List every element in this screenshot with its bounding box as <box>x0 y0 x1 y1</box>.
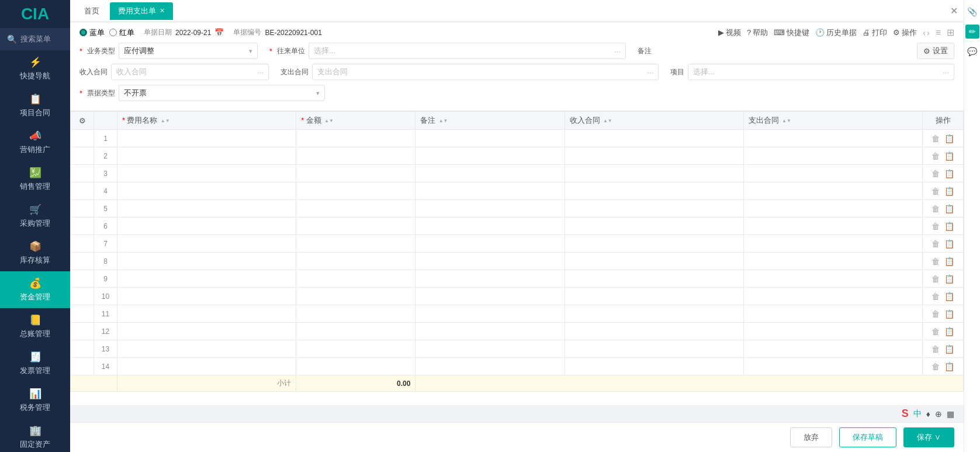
row-expense-name[interactable] <box>117 305 296 323</box>
row-income-contract[interactable] <box>565 165 743 182</box>
row-remark[interactable] <box>415 182 565 200</box>
row-expense-name[interactable] <box>117 270 296 288</box>
search-menu[interactable]: 🔍 搜索菜单 <box>0 28 70 50</box>
sidebar-item-sales[interactable]: 💹 销售管理 <box>0 161 70 198</box>
delete-row-button[interactable]: 🗑 <box>931 274 940 284</box>
row-income-contract[interactable] <box>565 323 743 340</box>
tab-home[interactable]: 首页 <box>76 2 108 20</box>
red-single-radio[interactable]: 红单 <box>109 27 134 38</box>
grid-view-icon[interactable]: ⊞ <box>947 27 954 38</box>
row-income-contract[interactable] <box>565 235 743 253</box>
row-income-contract[interactable] <box>565 253 743 270</box>
calendar-icon[interactable]: 📅 <box>214 28 224 37</box>
row-expense-contract[interactable] <box>743 218 922 235</box>
delete-row-button[interactable]: 🗑 <box>931 169 940 178</box>
th-expense-name[interactable]: * 费用名称 ▲▼ <box>117 112 296 130</box>
operations-button[interactable]: ⚙ 操作 <box>893 27 917 38</box>
row-amount[interactable] <box>296 235 415 253</box>
project-input[interactable]: 选择... ··· <box>688 64 954 80</box>
copy-row-button[interactable]: 📋 <box>944 309 954 319</box>
delete-row-button[interactable]: 🗑 <box>931 292 940 301</box>
row-amount[interactable] <box>296 130 415 147</box>
business-type-select[interactable]: 应付调整 ▾ <box>119 43 258 59</box>
row-income-contract[interactable] <box>565 305 743 323</box>
row-expense-contract[interactable] <box>743 358 922 375</box>
row-expense-contract[interactable] <box>743 340 922 358</box>
copy-row-button[interactable]: 📋 <box>944 344 954 354</box>
tab-expense[interactable]: 费用支出单 ✕ <box>110 2 173 20</box>
row-expense-contract[interactable] <box>743 165 922 182</box>
row-income-contract[interactable] <box>565 288 743 305</box>
sort-income-contract-icon[interactable]: ▲▼ <box>603 118 612 123</box>
expense-contract-input[interactable]: 支出合同 ··· <box>312 64 659 80</box>
sort-amount-icon[interactable]: ▲▼ <box>324 118 334 123</box>
blue-single-radio[interactable]: 蓝单 <box>79 27 105 38</box>
discard-button[interactable]: 放弃 <box>790 427 832 447</box>
save-button[interactable]: 保存 ∨ <box>903 427 954 447</box>
nav-next-button[interactable]: › <box>927 28 930 37</box>
sidebar-item-marketing[interactable]: 📣 营销推广 <box>0 124 70 161</box>
sort-remark-icon[interactable]: ▲▼ <box>439 118 448 123</box>
delete-row-button[interactable]: 🗑 <box>931 257 940 266</box>
copy-row-button[interactable]: 📋 <box>944 292 954 301</box>
row-amount[interactable] <box>296 182 415 200</box>
row-income-contract[interactable] <box>565 147 743 165</box>
copy-row-button[interactable]: 📋 <box>944 222 954 231</box>
delete-row-button[interactable]: 🗑 <box>931 327 940 336</box>
row-expense-contract[interactable] <box>743 182 922 200</box>
delete-row-button[interactable]: 🗑 <box>931 344 940 354</box>
tab-expense-close-icon[interactable]: ✕ <box>160 7 165 15</box>
sidebar-item-tax[interactable]: 📊 税务管理 <box>0 382 70 419</box>
sidebar-item-quick-nav[interactable]: ⚡ 快捷导航 <box>0 50 70 87</box>
right-tool-1[interactable]: 📎 <box>965 5 979 19</box>
sort-expense-contract-icon[interactable]: ▲▼ <box>782 118 791 123</box>
copy-row-button[interactable]: 📋 <box>944 327 954 336</box>
copy-row-button[interactable]: 📋 <box>944 257 954 266</box>
video-button[interactable]: ▶ 视频 <box>718 27 741 38</box>
row-remark[interactable] <box>415 130 565 147</box>
row-amount[interactable] <box>296 358 415 375</box>
sidebar-item-invoice[interactable]: 🧾 发票管理 <box>0 345 70 382</box>
row-expense-contract[interactable] <box>743 305 922 323</box>
row-expense-contract[interactable] <box>743 200 922 218</box>
row-expense-name[interactable] <box>117 253 296 270</box>
th-income-contract[interactable]: 收入合同 ▲▼ <box>565 112 743 130</box>
print-button[interactable]: 🖨 打印 <box>863 27 887 38</box>
blue-single-input[interactable] <box>79 29 87 36</box>
row-expense-name[interactable] <box>117 218 296 235</box>
table-config-header[interactable]: ⚙ <box>71 112 94 130</box>
row-amount[interactable] <box>296 218 415 235</box>
sidebar-item-project-contract[interactable]: 📋 项目合同 <box>0 87 70 124</box>
copy-row-button[interactable]: 📋 <box>944 134 954 143</box>
row-amount[interactable] <box>296 165 415 182</box>
copy-row-button[interactable]: 📋 <box>944 362 954 371</box>
delete-row-button[interactable]: 🗑 <box>931 362 940 371</box>
row-expense-name[interactable] <box>117 182 296 200</box>
row-amount[interactable] <box>296 305 415 323</box>
help-button[interactable]: ? 帮助 <box>747 27 768 38</box>
delete-row-button[interactable]: 🗑 <box>931 309 940 319</box>
counterpart-input[interactable]: 选择... ··· <box>309 43 626 59</box>
save-draft-button[interactable]: 保存草稿 <box>839 427 896 447</box>
sidebar-item-purchase[interactable]: 🛒 采购管理 <box>0 198 70 234</box>
th-expense-contract[interactable]: 支出合同 ▲▼ <box>743 112 922 130</box>
income-contract-input[interactable]: 收入合同 ··· <box>111 64 269 80</box>
history-button[interactable]: 🕐 历史单据 <box>815 27 857 38</box>
row-income-contract[interactable] <box>565 130 743 147</box>
row-amount[interactable] <box>296 200 415 218</box>
copy-row-button[interactable]: 📋 <box>944 169 954 178</box>
row-remark[interactable] <box>415 358 565 375</box>
row-amount[interactable] <box>296 340 415 358</box>
row-income-contract[interactable] <box>565 270 743 288</box>
list-view-icon[interactable]: ≡ <box>936 27 941 38</box>
row-expense-contract[interactable] <box>743 130 922 147</box>
row-remark[interactable] <box>415 305 565 323</box>
copy-row-button[interactable]: 📋 <box>944 151 954 161</box>
row-expense-name[interactable] <box>117 200 296 218</box>
row-amount[interactable] <box>296 147 415 165</box>
delete-row-button[interactable]: 🗑 <box>931 204 940 213</box>
row-remark[interactable] <box>415 288 565 305</box>
row-income-contract[interactable] <box>565 182 743 200</box>
row-income-contract[interactable] <box>565 358 743 375</box>
row-remark[interactable] <box>415 253 565 270</box>
